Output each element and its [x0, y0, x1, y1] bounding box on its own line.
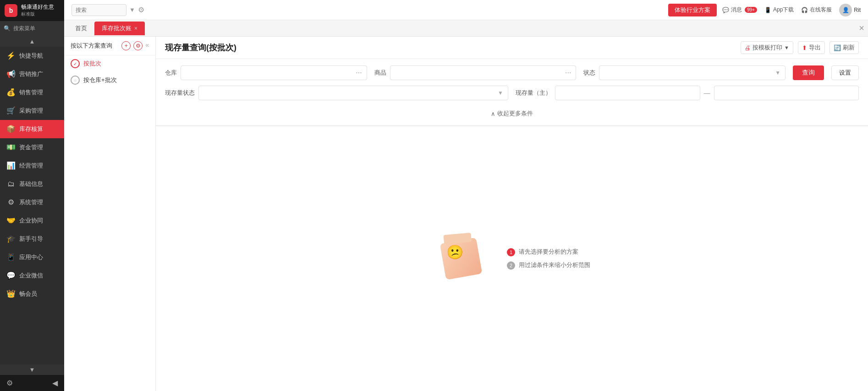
- sidebar-nav: ⚡ 快捷导航 📢 营销推广 💰 销售管理 🛒 采购管理 📦 库存核算 💵 资金管…: [0, 47, 64, 364]
- search-menu[interactable]: 🔍 搜索菜单: [0, 21, 64, 36]
- basic-icon: 🗂: [6, 179, 16, 189]
- sidebar-item-label: 库存核算: [19, 125, 43, 133]
- solution-item-by-warehouse-batch[interactable]: ○ 按仓库+批次: [64, 72, 155, 88]
- sidebar-item-wechat[interactable]: 💬 企业微信: [0, 266, 64, 285]
- messages-badge: 99+: [745, 7, 757, 13]
- topbar: ▼ ⚙ 体验行业方案 💬 消息 99+ 📱 App下载 🎧 在线客服 👤: [64, 0, 868, 20]
- tab-close-icon[interactable]: ×: [134, 25, 137, 32]
- filter-warehouse: 仓库 ···: [165, 65, 367, 80]
- chevron-up-icon: ∧: [491, 110, 495, 117]
- refresh-btn[interactable]: 🔄 刷新: [830, 41, 859, 54]
- topbar-right: 💬 消息 99+ 📱 App下载 🎧 在线客服 👤 Rit: [722, 4, 861, 16]
- left-panel: 按以下方案查询 + ⚙ « ✓ 按批次 ○ 按仓库+批次: [64, 37, 156, 391]
- hint-num-1: 1: [507, 248, 515, 256]
- left-panel-icons: + ⚙ «: [121, 41, 149, 50]
- trial-btn[interactable]: 体验行业方案: [668, 4, 717, 16]
- sidebar-item-marketing[interactable]: 📢 营销推广: [0, 65, 64, 83]
- scroll-down-btn[interactable]: ▼: [0, 364, 64, 375]
- app-download-btn[interactable]: 📱 App下载: [764, 6, 794, 14]
- sidebar-item-label: 应用中心: [19, 253, 43, 261]
- app-logo: b: [5, 4, 17, 17]
- chevron-down-icon[interactable]: ▼: [784, 45, 789, 50]
- empty-illustration: 😕: [434, 231, 489, 286]
- dropdown-icon[interactable]: ▼: [129, 6, 135, 13]
- sidebar-item-system[interactable]: ⚙ 系统管理: [0, 193, 64, 212]
- newbie-icon: 🎓: [6, 234, 16, 244]
- filter-product: 商品 ···: [374, 65, 577, 80]
- solution-label: 按批次: [83, 60, 101, 68]
- filter-row-2: 现存量状态 ▼ 现存量（主） —: [165, 86, 859, 100]
- settings-icon[interactable]: ⚙: [138, 5, 144, 14]
- left-panel-title: 按以下方案查询: [71, 42, 112, 50]
- status-select[interactable]: ▼: [599, 65, 786, 80]
- stock-qty-label: 现存量（主）: [516, 89, 551, 97]
- range-separator: —: [704, 89, 710, 97]
- page-header: 现存量查询(按批次) 🖨 按模板打印 ▼ ⬆ 导出 🔄 刷新: [156, 37, 868, 59]
- sidebar-item-enterprise[interactable]: 🤝 企业协同: [0, 212, 64, 230]
- footer-settings-icon[interactable]: ⚙: [6, 379, 13, 387]
- sidebar-item-label: 基础信息: [19, 180, 43, 188]
- sidebar-item-finance[interactable]: 💵 资金管理: [0, 138, 64, 157]
- stock-qty-max-input[interactable]: [714, 86, 859, 100]
- sidebar-item-inventory[interactable]: 📦 库存核算: [0, 120, 64, 138]
- solution-item-by-batch[interactable]: ✓ 按批次: [64, 55, 155, 72]
- add-solution-btn[interactable]: +: [121, 41, 131, 50]
- stock-status-select[interactable]: ▼: [198, 86, 508, 100]
- stock-status-label: 现存量状态: [165, 89, 195, 97]
- tab-home[interactable]: 首页: [68, 22, 94, 35]
- filter-row-1: 仓库 ··· 商品 ···: [165, 65, 859, 80]
- left-panel-header: 按以下方案查询 + ⚙ «: [64, 37, 155, 55]
- collapse-panel-btn[interactable]: «: [145, 41, 149, 50]
- sidebar-item-appcenter[interactable]: 📱 应用中心: [0, 248, 64, 266]
- filter-stock-qty: 现存量（主） —: [516, 86, 859, 100]
- sidebar-item-label: 资金管理: [19, 143, 43, 152]
- sidebar-item-label: 新手引导: [19, 235, 43, 243]
- system-icon: ⚙: [6, 198, 16, 207]
- sidebar-item-operation[interactable]: 📊 经营管理: [0, 157, 64, 175]
- solution-label: 按仓库+批次: [83, 76, 117, 84]
- query-btn[interactable]: 查询: [793, 65, 824, 80]
- scroll-up-btn[interactable]: ▲: [0, 36, 64, 47]
- headset-icon: 🎧: [801, 7, 808, 13]
- tab-inventory-batch-label: 库存批次账: [102, 24, 132, 33]
- sidebar-item-sales[interactable]: 💰 销售管理: [0, 83, 64, 102]
- refresh-icon: 🔄: [834, 44, 841, 51]
- marketing-icon: 📢: [6, 70, 16, 79]
- empty-hints: 1 请先选择要分析的方案 2 用过滤条件来缩小分析范围: [507, 248, 590, 270]
- product-dots-icon[interactable]: ···: [565, 69, 571, 77]
- sidebar-item-purchase[interactable]: 🛒 采购管理: [0, 102, 64, 120]
- settings-btn[interactable]: 设置: [831, 65, 859, 80]
- app-name: 畅康通好生意: [21, 4, 54, 11]
- main-area: ▼ ⚙ 体验行业方案 💬 消息 99+ 📱 App下载 🎧 在线客服 👤: [64, 0, 868, 391]
- warehouse-input[interactable]: ···: [181, 65, 367, 80]
- enterprise-icon: 🤝: [6, 216, 16, 225]
- messages-btn[interactable]: 💬 消息 99+: [722, 6, 757, 14]
- finance-icon: 💵: [6, 143, 16, 152]
- settings-solution-btn[interactable]: ⚙: [133, 41, 143, 50]
- member-icon: 👑: [6, 289, 16, 299]
- stock-qty-min-input[interactable]: [555, 86, 700, 100]
- sidebar-item-label: 企业协同: [19, 217, 43, 225]
- app-version: 标准版: [21, 11, 54, 17]
- right-content: 现存量查询(按批次) 🖨 按模板打印 ▼ ⬆ 导出 🔄 刷新: [156, 37, 868, 391]
- topbar-search-input[interactable]: [71, 4, 126, 16]
- message-icon: 💬: [722, 7, 729, 13]
- sidebar-item-member[interactable]: 👑 畅会员: [0, 285, 64, 303]
- print-btn[interactable]: 🖨 按模板打印 ▼: [741, 41, 793, 54]
- user-info[interactable]: 👤 Rit: [839, 4, 861, 16]
- topbar-breadcrumb: ▼ ⚙: [71, 4, 663, 16]
- sidebar-item-basic[interactable]: 🗂 基础信息: [0, 175, 64, 193]
- collapse-conditions-btn[interactable]: ∧ 收起更多条件: [165, 106, 859, 119]
- online-service-btn[interactable]: 🎧 在线客服: [801, 6, 832, 14]
- tab-inventory-batch[interactable]: 库存批次账 ×: [94, 22, 145, 35]
- warehouse-dots-icon[interactable]: ···: [356, 69, 362, 77]
- sidebar-item-newbie[interactable]: 🎓 新手引导: [0, 230, 64, 248]
- export-btn[interactable]: ⬆ 导出: [798, 41, 825, 54]
- export-icon: ⬆: [802, 44, 807, 51]
- tabs-bar: 首页 库存批次账 × ×: [64, 20, 868, 37]
- sidebar-item-quick-nav[interactable]: ⚡ 快捷导航: [0, 47, 64, 65]
- tab-close-btn[interactable]: ×: [859, 23, 864, 33]
- product-input[interactable]: ···: [390, 65, 577, 80]
- footer-collapse-icon[interactable]: ◀: [52, 379, 58, 387]
- sidebar-footer: ⚙ ◀: [0, 375, 64, 391]
